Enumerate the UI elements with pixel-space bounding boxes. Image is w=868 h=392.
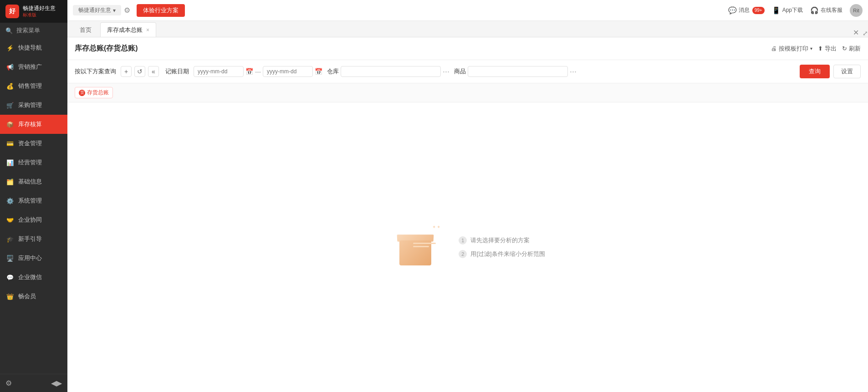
sidebar-item-operations[interactable]: 📊 经营管理	[0, 153, 67, 172]
search-menu[interactable]: 🔍 搜索菜单	[0, 23, 67, 38]
scheme-item-icon: 货	[79, 90, 85, 96]
box-lines	[413, 243, 436, 256]
topbar-left: 畅捷通好生意 ▾ ⚙ 体验行业方案	[73, 4, 725, 17]
search-icon: 🔍	[5, 27, 13, 34]
membership-icon: 👑	[5, 292, 15, 301]
export-icon: ⬆	[818, 45, 823, 52]
warehouse-input-group: 仓库 ···	[327, 66, 449, 77]
product-more-btn[interactable]: ···	[570, 67, 577, 76]
filter-label: 按以下方案查询	[75, 67, 116, 76]
sidebar-item-enterprise[interactable]: 🤝 企业协同	[0, 210, 67, 229]
purchase-icon: 🛒	[5, 101, 15, 110]
tab-inventory-ledger[interactable]: 库存成本总账 ×	[100, 22, 156, 37]
warehouse-input[interactable]	[341, 66, 441, 77]
empty-illustration: ✦ ✦	[390, 224, 445, 270]
system-icon: ⚙️	[5, 196, 15, 205]
sidebar-item-sales[interactable]: 💰 销售管理	[0, 76, 67, 96]
sidebar-item-system[interactable]: ⚙️ 系统管理	[0, 191, 67, 210]
phone-icon: 📱	[772, 6, 781, 15]
calendar-end-icon[interactable]: 📅	[315, 68, 322, 75]
sidebar-nav: ⚡ 快捷导航 📢 营销推广 💰 销售管理 🛒 采购管理 📦 库存核算 💳 资金管…	[0, 38, 67, 374]
quick-nav-icon: ⚡	[5, 43, 15, 52]
scheme-panel: 货 存货总账	[67, 83, 868, 102]
sidebar-item-quick-nav[interactable]: ⚡ 快捷导航	[0, 38, 67, 57]
messages-action[interactable]: 💬 消息 99+	[728, 6, 765, 15]
add-scheme-btn[interactable]: +	[121, 66, 132, 77]
sidebar-item-app-center[interactable]: 🖥️ 应用中心	[0, 249, 67, 268]
page-title: 库存总账(存货总账)	[75, 44, 138, 53]
box-body	[399, 240, 431, 265]
sidebar-logo: 好 畅捷通好生意 标准版	[0, 0, 67, 23]
message-icon: 💬	[728, 6, 737, 15]
sidebar-item-basic-info[interactable]: 🗂️ 基础信息	[0, 172, 67, 191]
sidebar-item-wechat[interactable]: 💬 企业微信	[0, 268, 67, 287]
tip-num-1: 1	[459, 236, 467, 244]
panel-header: 库存总账(存货总账) 🖨 按模板打印 ▾ ⬆ 导出 ↻ 刷新	[67, 37, 868, 60]
print-dropdown-icon[interactable]: ▾	[810, 46, 812, 51]
tab-close-btn[interactable]: ×	[146, 27, 149, 33]
enterprise-icon: 🤝	[5, 215, 15, 224]
scheme-item-inventory[interactable]: 货 存货总账	[75, 87, 113, 98]
operations-icon: 📊	[5, 158, 15, 167]
sidebar-item-tutorial[interactable]: 🎓 新手引导	[0, 229, 67, 249]
tip-num-2: 2	[459, 250, 467, 258]
sidebar-footer: ⚙ ◀▶	[0, 374, 67, 392]
panel-actions: 🖨 按模板打印 ▾ ⬆ 导出 ↻ 刷新	[771, 45, 861, 53]
product-label: 商品	[454, 67, 466, 76]
warehouse-label: 仓库	[327, 67, 339, 76]
sidebar-item-marketing[interactable]: 📢 营销推广	[0, 57, 67, 76]
breadcrumb[interactable]: 畅捷通好生意 ▾	[73, 5, 121, 15]
tab-home[interactable]: 首页	[73, 22, 98, 37]
filter-bar: 按以下方案查询 + ↺ « 记账日期 📅 — 📅 仓库 ··· 商品	[67, 60, 868, 83]
empty-tip-1: 1 请先选择要分析的方案	[459, 236, 545, 244]
app-download-action[interactable]: 📱 App下载	[772, 6, 803, 15]
warehouse-more-btn[interactable]: ···	[443, 67, 449, 76]
date-label: 记账日期	[165, 67, 189, 76]
box-line-1	[413, 243, 436, 244]
collapse-scheme-btn[interactable]: «	[148, 66, 159, 77]
inventory-icon: 📦	[5, 120, 15, 129]
search-button[interactable]: 查询	[800, 65, 830, 78]
refresh-scheme-btn[interactable]: ↺	[134, 66, 145, 77]
resize-icon[interactable]: ⤢	[863, 30, 868, 37]
main-content: 畅捷通好生意 ▾ ⚙ 体验行业方案 💬 消息 99+ 📱 App下载 🎧 在线客…	[67, 0, 868, 392]
wechat-icon: 💬	[5, 273, 15, 282]
sidebar-item-inventory[interactable]: 📦 库存核算	[0, 115, 67, 134]
app-logo-icon: 好	[5, 5, 19, 18]
online-service-action[interactable]: 🎧 在线客服	[810, 6, 842, 15]
basic-info-icon: 🗂️	[5, 177, 15, 186]
date-start-input[interactable]	[194, 66, 244, 77]
calendar-start-icon[interactable]: 📅	[245, 68, 253, 75]
user-avatar[interactable]: Rit	[850, 4, 863, 17]
box-stars: ✦ ✦	[432, 224, 441, 229]
empty-state: ✦ ✦ 1 请先选择要分析的方案	[67, 102, 868, 392]
print-btn[interactable]: 🖨 按模板打印 ▾	[771, 45, 812, 53]
settings-footer-icon[interactable]: ⚙	[5, 379, 12, 387]
sidebar-item-membership[interactable]: 👑 畅会员	[0, 287, 67, 306]
industry-btn[interactable]: 体验行业方案	[137, 4, 185, 17]
gear-icon[interactable]: ⚙	[124, 6, 130, 15]
messages-badge: 99+	[752, 7, 765, 14]
filter-right-actions: 查询 设置	[800, 65, 861, 78]
export-btn[interactable]: ⬆ 导出	[818, 45, 837, 53]
refresh-btn[interactable]: ↻ 刷新	[842, 45, 861, 53]
empty-tips: 1 请先选择要分析的方案 2 用[过滤]条件来缩小分析范围	[459, 236, 545, 258]
sidebar-item-finance[interactable]: 💳 资金管理	[0, 134, 67, 153]
box-line-2	[413, 246, 429, 247]
empty-content: ✦ ✦ 1 请先选择要分析的方案	[390, 224, 545, 270]
close-panel-icon[interactable]: ✕	[853, 28, 859, 37]
date-end-input[interactable]	[263, 66, 313, 77]
collapse-icon[interactable]: ◀▶	[51, 379, 62, 387]
empty-tip-2: 2 用[过滤]条件来缩小分析范围	[459, 250, 545, 258]
chevron-down-icon: ▾	[113, 7, 116, 14]
topbar: 畅捷通好生意 ▾ ⚙ 体验行业方案 💬 消息 99+ 📱 App下载 🎧 在线客…	[67, 0, 868, 21]
headset-icon: 🎧	[810, 6, 819, 15]
tabs-bar: 首页 库存成本总账 × ✕ ⤢	[67, 21, 868, 37]
date-range-input: 📅 — 📅	[194, 66, 322, 77]
sidebar-item-purchase[interactable]: 🛒 采购管理	[0, 96, 67, 115]
settings-button[interactable]: 设置	[833, 65, 861, 78]
refresh-icon: ↻	[842, 45, 847, 52]
print-icon: 🖨	[771, 45, 777, 52]
product-input[interactable]	[468, 66, 568, 77]
app-center-icon: 🖥️	[5, 254, 15, 263]
